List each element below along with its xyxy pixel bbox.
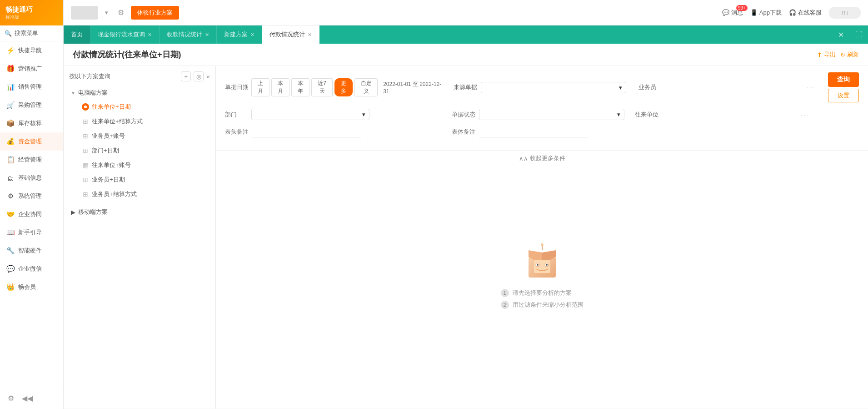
tab-collection-stat-close[interactable]: ✕ <box>205 32 209 38</box>
header-right: 💬 消息 99+ 📱 App下载 🎧 在线客服 Rit <box>722 7 861 19</box>
tab-bank-flow-close[interactable]: ✕ <box>148 32 152 38</box>
unit-filter-field: 往来单位 ··· <box>635 111 809 119</box>
left-panel-title: 按以下方案查询 <box>69 72 110 81</box>
filter-panel: 按以下方案查询 + ◎ « ▼ 电脑端方案 <box>64 66 868 409</box>
sidebar-item-purchase[interactable]: 🛒 采购管理 <box>0 96 63 114</box>
sidebar-item-marketing[interactable]: 🎁 营销推广 <box>0 60 63 78</box>
sidebar-search-item[interactable]: 🔍 搜索菜单 <box>0 25 63 41</box>
date-btn-custom[interactable]: 自定义 <box>354 78 378 96</box>
svg-point-7 <box>537 264 539 266</box>
tab-bank-flow[interactable]: 现金银行流水查询 ✕ <box>90 25 160 44</box>
tab-collection-stat[interactable]: 收款情况统计 ✕ <box>160 25 217 44</box>
tab-new-scheme[interactable]: 新建方案 ✕ <box>217 25 262 44</box>
tab-close-all-btn[interactable]: ✕ <box>832 25 850 44</box>
scheme-item-unit-date[interactable]: 往来单位+日期 <box>78 100 210 114</box>
scheme-item-label: 业务员+结算方式 <box>92 190 137 198</box>
top-header: ▾ ⚙ 体验行业方案 💬 消息 99+ 📱 App下载 🎧 在线客服 Rit <box>64 0 868 25</box>
pc-group-label: 电脑端方案 <box>78 89 108 97</box>
dept-filter-field: 部门 ▾ <box>225 109 443 120</box>
tab-home[interactable]: 首页 <box>64 25 90 44</box>
date-filter-field: 单据日期 上月 本月 本年 近7天 更多 自定义 2022-01-01 至 20… <box>225 78 444 96</box>
pc-group-arrow: ▼ <box>71 91 75 96</box>
message-btn[interactable]: 💬 消息 99+ <box>722 9 743 17</box>
service-label: 在线客服 <box>798 9 822 17</box>
tab-new-scheme-close[interactable]: ✕ <box>250 32 254 38</box>
pc-scheme-group: ▼ 电脑端方案 往来单位+日期 ⊞ 往来单位+结算方式 <box>69 86 210 202</box>
source-select[interactable]: ▾ <box>481 82 626 93</box>
date-btn-group: 上月 本月 本年 近7天 更多 自定义 <box>251 78 378 96</box>
sidebar-search-label: 搜索菜单 <box>15 29 38 37</box>
sidebar-item-inventory[interactable]: 📦 库存核算 <box>0 114 63 132</box>
operations-icon: 📋 <box>6 156 15 164</box>
table-header-note-field: 表头备注 <box>225 126 443 137</box>
collapse-panel-btn[interactable]: « <box>206 73 210 80</box>
scheme-item-unit-account[interactable]: ▦ 往来单位+账号 <box>78 158 210 172</box>
svg-point-8 <box>546 264 548 266</box>
table-header-note-label: 表头备注 <box>225 128 249 136</box>
sidebar-item-base-info[interactable]: 🗂 基础信息 <box>0 169 63 187</box>
wechat-icon: 💬 <box>6 265 15 273</box>
date-btn-this-year[interactable]: 本年 <box>291 78 309 96</box>
add-scheme-btn[interactable]: + <box>181 71 191 81</box>
trial-scheme-btn[interactable]: 体验行业方案 <box>131 6 179 20</box>
collapse-more-conditions-btn[interactable]: ∧∧ 收起更多条件 <box>216 150 868 166</box>
status-select[interactable]: ▾ <box>479 109 624 120</box>
refresh-icon: ↻ <box>840 51 845 58</box>
online-service-btn[interactable]: 🎧 在线客服 <box>789 9 822 17</box>
sidebar-item-sales[interactable]: 📊 销售管理 <box>0 78 63 96</box>
sidebar-item-label: 基础信息 <box>18 174 42 182</box>
sidebar-item-guide[interactable]: 📖 新手引导 <box>0 223 63 242</box>
user-avatar[interactable]: Rit <box>829 7 861 19</box>
manage-scheme-btn[interactable]: ◎ <box>194 71 204 81</box>
pc-scheme-group-header[interactable]: ▼ 电脑端方案 <box>69 86 210 100</box>
settings-gear-btn[interactable]: ⚙ <box>115 6 127 19</box>
filter-row-3: 表头备注 表体备注 <box>225 126 859 137</box>
status-filter-label: 单据状态 <box>452 111 475 119</box>
sidebar-item-wechat[interactable]: 💬 企业微信 <box>0 260 63 278</box>
sidebar-settings-btn[interactable]: ⚙ <box>5 392 17 404</box>
set-btn[interactable]: 设置 <box>828 89 859 102</box>
mobile-group-label: 移动端方案 <box>78 208 108 216</box>
scheme-item-staff-date[interactable]: ⊞ 业务员+日期 <box>78 172 210 187</box>
scheme-item-staff-account[interactable]: ⊞ 业务员+账号 <box>78 129 210 143</box>
date-btn-last-month[interactable]: 上月 <box>251 78 269 96</box>
tab-payment-stat-close[interactable]: ✕ <box>308 32 312 38</box>
scheme-item-label: 往来单位+结算方式 <box>92 117 143 126</box>
scheme-icon-grid4: ⊞ <box>82 176 89 183</box>
refresh-label: 刷新 <box>847 50 859 59</box>
sidebar-item-system[interactable]: ⚙ 系统管理 <box>0 187 63 205</box>
dept-select[interactable]: ▾ <box>251 109 369 120</box>
scheme-icon-grid2: ⊞ <box>82 132 89 140</box>
export-btn[interactable]: ⬆ 导出 <box>817 50 836 59</box>
date-range-display: 2022-01-01 至 2022-12-31 <box>383 81 444 95</box>
table-header-note-input[interactable] <box>252 126 361 137</box>
unit-ellipsis[interactable]: ··· <box>801 111 809 118</box>
app-download-btn[interactable]: 📱 App下载 <box>750 9 782 17</box>
guide-icon: 📖 <box>6 228 15 237</box>
tab-maximize-btn[interactable]: ⛶ <box>850 25 868 44</box>
date-btn-this-month[interactable]: 本月 <box>271 78 289 96</box>
sidebar-item-smart-hw[interactable]: 🔧 智能硬件 <box>0 242 63 260</box>
content-area: 付款情况统计(往来单位+日期) ⬆ 导出 ↻ 刷新 按以下方案查询 + <box>64 44 868 409</box>
query-btn[interactable]: 查询 <box>828 72 859 87</box>
table-body-note-label: 表体备注 <box>452 128 475 136</box>
scheme-item-unit-settle[interactable]: ⊞ 往来单位+结算方式 <box>78 114 210 129</box>
table-body-note-input[interactable] <box>479 126 588 137</box>
enterprise-icon: 🤝 <box>6 210 15 218</box>
sidebar-item-member[interactable]: 👑 畅会员 <box>0 278 63 296</box>
sidebar-item-funds[interactable]: 💰 资金管理 <box>0 132 63 151</box>
date-btn-more[interactable]: 更多 <box>334 78 353 96</box>
company-dropdown-btn[interactable]: ▾ <box>102 8 111 17</box>
sidebar-item-operations[interactable]: 📋 经营管理 <box>0 151 63 169</box>
sidebar-collapse-btn[interactable]: ◀◀ <box>21 392 34 404</box>
sidebar-item-quick-nav[interactable]: ⚡ 快捷导航 <box>0 41 63 60</box>
tab-payment-stat[interactable]: 付款情况统计 ✕ <box>262 25 319 44</box>
refresh-btn[interactable]: ↻ 刷新 <box>840 50 859 59</box>
staff-ellipsis[interactable]: ··· <box>806 84 814 91</box>
sidebar-item-enterprise[interactable]: 🤝 企业协同 <box>0 205 63 223</box>
export-icon: ⬆ <box>817 51 822 58</box>
scheme-item-dept-date[interactable]: ⊞ 部门+日期 <box>78 143 210 158</box>
date-btn-7days[interactable]: 近7天 <box>311 78 332 96</box>
mobile-group-header[interactable]: ▶ 移动端方案 <box>69 205 210 219</box>
scheme-item-staff-settle[interactable]: ⊞ 业务员+结算方式 <box>78 187 210 202</box>
